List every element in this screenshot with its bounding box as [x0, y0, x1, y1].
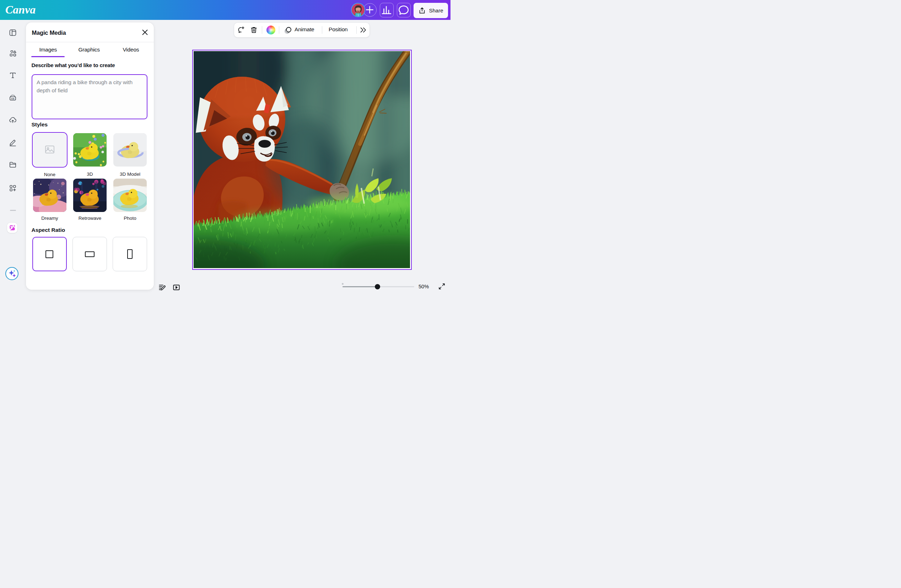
svg-text:Canva: Canva	[5, 3, 36, 16]
svg-text:co: co	[11, 97, 14, 100]
